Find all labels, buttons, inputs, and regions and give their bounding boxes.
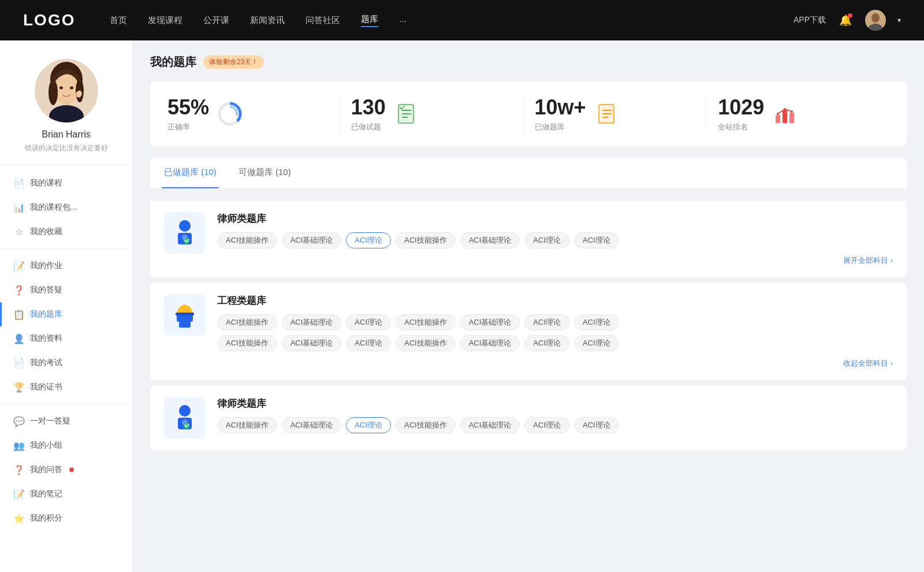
question-badge bbox=[69, 467, 74, 472]
bank-tag[interactable]: ACI理论 bbox=[524, 335, 569, 351]
logo: LOGO bbox=[23, 11, 75, 29]
favorites-icon: ☆ bbox=[14, 226, 24, 237]
sidebar-item-label: 我的问答 bbox=[30, 465, 62, 475]
bank-card-header: 律师类题库 ACI技能操作 ACI基础理论 ACI理论 ACI技能操作 ACI基… bbox=[164, 212, 893, 266]
notification-bell[interactable] bbox=[837, 12, 854, 28]
chevron-down-icon[interactable]: ▾ bbox=[897, 16, 901, 24]
bank-lawyer-1-info: 律师类题库 ACI技能操作 ACI基础理论 ACI理论 ACI技能操作 ACI基… bbox=[217, 212, 893, 266]
bank-tag[interactable]: ACI技能操作 bbox=[217, 335, 277, 351]
sidebar-item-homework[interactable]: 📝 我的作业 bbox=[0, 254, 132, 278]
bank-engineer-tags-row2: ACI技能操作 ACI基础理论 ACI理论 ACI技能操作 ACI基础理论 AC… bbox=[217, 335, 893, 351]
sidebar-item-course-package[interactable]: 📊 我的课程包... bbox=[0, 195, 132, 220]
bank-tag[interactable]: ACI技能操作 bbox=[396, 314, 456, 330]
sidebar-item-my-course[interactable]: 📄 我的课程 bbox=[0, 171, 132, 195]
banks-done-icon bbox=[594, 101, 620, 127]
bank-tag[interactable]: ACI基础理论 bbox=[460, 417, 520, 433]
bank-tag[interactable]: ACI理论 bbox=[346, 335, 391, 351]
sidebar-item-points[interactable]: ⭐ 我的积分 bbox=[0, 506, 132, 530]
sidebar-item-certificate[interactable]: 🏆 我的证书 bbox=[0, 375, 132, 399]
bank-tag-active[interactable]: ACI理论 bbox=[346, 417, 391, 433]
bank-tag[interactable]: ACI理论 bbox=[574, 232, 619, 248]
nav-home[interactable]: 首页 bbox=[110, 15, 127, 26]
page-title: 我的题库 bbox=[150, 54, 196, 70]
sidebar-item-question-bank[interactable]: 📋 我的题库 bbox=[0, 302, 132, 326]
bank-tag[interactable]: ACI基础理论 bbox=[460, 335, 520, 351]
bank-tag[interactable]: ACI理论 bbox=[524, 417, 569, 433]
nav-qa[interactable]: 问答社区 bbox=[305, 15, 340, 26]
sidebar-item-one-on-one[interactable]: 💬 一对一答疑 bbox=[0, 409, 132, 433]
my-info-icon: 👤 bbox=[14, 333, 24, 344]
nav-more[interactable]: ··· bbox=[399, 16, 407, 25]
bank-tag-active[interactable]: ACI理论 bbox=[346, 232, 391, 248]
sidebar-item-label: 我的资料 bbox=[30, 333, 62, 344]
sidebar-item-group[interactable]: 👥 我的小组 bbox=[0, 433, 132, 458]
my-course-icon: 📄 bbox=[14, 178, 24, 188]
bank-tag[interactable]: ACI理论 bbox=[574, 335, 619, 351]
svg-point-41 bbox=[184, 423, 189, 429]
sidebar-item-my-info[interactable]: 👤 我的资料 bbox=[0, 326, 132, 351]
stat-banks-done: 10w+ 已做题库 bbox=[523, 95, 707, 132]
homework-icon: 📝 bbox=[14, 261, 24, 271]
bank-tag[interactable]: ACI基础理论 bbox=[460, 232, 520, 248]
nav-news[interactable]: 新闻资讯 bbox=[250, 15, 285, 26]
user-avatar-nav[interactable] bbox=[865, 10, 886, 31]
bank-tag[interactable]: ACI理论 bbox=[524, 314, 569, 330]
bank-card-lawyer-1: 律师类题库 ACI技能操作 ACI基础理论 ACI理论 ACI技能操作 ACI基… bbox=[150, 200, 907, 277]
bank-tag[interactable]: ACI技能操作 bbox=[217, 232, 277, 248]
bank-card-lawyer-2: 律师类题库 ACI技能操作 ACI基础理论 ACI理论 ACI技能操作 ACI基… bbox=[150, 385, 907, 450]
bank-engineer-title: 工程类题库 bbox=[217, 294, 893, 307]
navbar-right: APP下载 ▾ bbox=[793, 10, 901, 31]
sidebar-item-label: 我的积分 bbox=[30, 513, 62, 523]
my-questions-icon: ❓ bbox=[14, 465, 24, 475]
stat-rank: 1029 全站排名 bbox=[706, 95, 889, 132]
sidebar-item-my-questions[interactable]: ❓ 我的问答 bbox=[0, 458, 132, 482]
accuracy-chart-icon bbox=[217, 101, 243, 127]
app-download-link[interactable]: APP下载 bbox=[793, 15, 826, 25]
bank-tag[interactable]: ACI技能操作 bbox=[217, 314, 277, 330]
engineer-svg bbox=[170, 300, 200, 330]
bank-tag[interactable]: ACI基础理论 bbox=[282, 314, 342, 330]
expand-link-1[interactable]: 展开全部科目 › bbox=[217, 253, 893, 266]
bank-tag[interactable]: ACI技能操作 bbox=[396, 335, 456, 351]
page-layout: Brian Harris 错误的决定比没有决定要好 📄 我的课程 📊 我的课程包… bbox=[0, 40, 924, 572]
svg-point-38 bbox=[179, 405, 191, 417]
tab-done-banks[interactable]: 已做题库 (10) bbox=[162, 158, 219, 188]
bank-lawyer-1-title: 律师类题库 bbox=[217, 212, 893, 225]
svg-rect-37 bbox=[179, 322, 191, 328]
bank-tag[interactable]: ACI技能操作 bbox=[396, 232, 456, 248]
stat-banks-value: 10w+ 已做题库 bbox=[535, 95, 586, 132]
bank-tag[interactable]: ACI理论 bbox=[574, 314, 619, 330]
bank-tag[interactable]: ACI基础理论 bbox=[282, 417, 342, 433]
sidebar-item-notes[interactable]: 📝 我的笔记 bbox=[0, 482, 132, 506]
bank-tag[interactable]: ACI理论 bbox=[574, 417, 619, 433]
nav-opencourse[interactable]: 公开课 bbox=[203, 15, 229, 26]
expand-link-2[interactable]: 收起全部科目 › bbox=[217, 356, 893, 369]
bank-tag[interactable]: ACI基础理论 bbox=[460, 314, 520, 330]
sidebar-item-favorites[interactable]: ☆ 我的收藏 bbox=[0, 220, 132, 244]
bank-tag[interactable]: ACI技能操作 bbox=[396, 417, 456, 433]
sidebar-menu: 📄 我的课程 📊 我的课程包... ☆ 我的收藏 📝 我的作业 ❓ 我的答疑 � bbox=[0, 165, 132, 536]
tab-available-banks[interactable]: 可做题库 (10) bbox=[236, 158, 293, 188]
sidebar-divider-2 bbox=[0, 404, 132, 404]
bank-tag[interactable]: ACI理论 bbox=[346, 314, 391, 330]
bank-tag[interactable]: ACI理论 bbox=[524, 232, 569, 248]
svg-point-34 bbox=[184, 238, 189, 244]
stat-rank-value: 1029 全站排名 bbox=[718, 95, 764, 132]
sidebar-item-my-qa[interactable]: ❓ 我的答疑 bbox=[0, 278, 132, 302]
trial-badge: 体验剩余23天！ bbox=[203, 55, 264, 69]
nav-discover[interactable]: 发现课程 bbox=[148, 15, 182, 26]
sidebar-divider-1 bbox=[0, 248, 132, 249]
avatar bbox=[35, 59, 98, 122]
svg-point-1 bbox=[871, 13, 880, 23]
bank-tag[interactable]: ACI基础理论 bbox=[282, 335, 342, 351]
stat-questions-value: 130 已做试题 bbox=[351, 95, 386, 132]
bank-tag[interactable]: ACI技能操作 bbox=[217, 417, 277, 433]
sidebar-item-label: 我的考试 bbox=[30, 358, 62, 368]
my-qa-icon: ❓ bbox=[14, 285, 24, 295]
sidebar-item-exam[interactable]: 📄 我的考试 bbox=[0, 351, 132, 375]
svg-point-8 bbox=[49, 80, 58, 105]
nav-question-bank[interactable]: 题库 bbox=[361, 14, 378, 27]
sidebar-item-label: 我的答疑 bbox=[30, 285, 62, 295]
bank-tag[interactable]: ACI基础理论 bbox=[282, 232, 342, 248]
profile-motto: 错误的决定比没有决定要好 bbox=[25, 143, 108, 153]
